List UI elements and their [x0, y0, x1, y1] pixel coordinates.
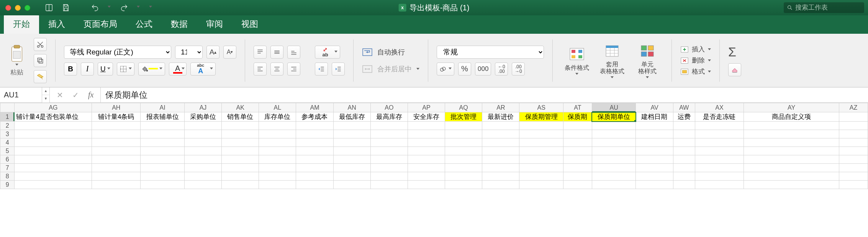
decrease-font-button[interactable]: A▾ [223, 46, 236, 59]
cell[interactable] [673, 164, 695, 172]
wrap-text-button[interactable]: 自动换行 [362, 48, 419, 57]
cell[interactable] [445, 181, 482, 189]
cell[interactable] [259, 122, 296, 130]
cell[interactable] [563, 155, 592, 164]
cell[interactable] [673, 138, 695, 147]
cell[interactable] [141, 164, 185, 172]
cell[interactable] [296, 172, 333, 181]
cell[interactable] [839, 172, 868, 181]
cell[interactable] [92, 172, 141, 181]
cell[interactable] [184, 155, 221, 164]
cell[interactable] [445, 155, 482, 164]
cell[interactable] [673, 155, 695, 164]
cell[interactable] [141, 130, 185, 138]
cell[interactable] [15, 138, 92, 147]
cell[interactable] [636, 155, 673, 164]
undo-dropdown[interactable] [108, 6, 111, 10]
book-icon[interactable] [45, 3, 53, 12]
close-window-button[interactable] [5, 5, 11, 11]
cell[interactable] [839, 122, 868, 130]
cell[interactable] [673, 172, 695, 181]
cell[interactable] [744, 147, 839, 155]
cell[interactable]: 辅计量4是否包装单位 [15, 112, 92, 122]
cell[interactable] [222, 164, 259, 172]
cell[interactable] [519, 181, 563, 189]
cell[interactable] [673, 130, 695, 138]
column-header[interactable]: AR [482, 103, 519, 112]
cell[interactable] [519, 122, 563, 130]
cell[interactable] [333, 147, 370, 155]
align-bottom-button[interactable] [287, 46, 300, 59]
cell[interactable] [222, 155, 259, 164]
cell[interactable] [408, 138, 445, 147]
cell[interactable] [563, 172, 592, 181]
cell[interactable] [184, 147, 221, 155]
cell[interactable] [673, 122, 695, 130]
cell[interactable] [222, 122, 259, 130]
cell[interactable] [259, 181, 296, 189]
row-header[interactable]: 9 [0, 181, 15, 189]
cell[interactable] [592, 172, 636, 181]
increase-indent-button[interactable] [332, 63, 345, 76]
cell[interactable] [839, 138, 868, 147]
clear-button[interactable] [728, 63, 741, 76]
column-header[interactable]: AS [519, 103, 563, 112]
cell[interactable] [519, 172, 563, 181]
number-format-select[interactable]: 常规 [437, 46, 544, 59]
format-painter-button[interactable] [34, 70, 47, 83]
fx-icon[interactable]: fx [88, 91, 93, 99]
align-left-button[interactable] [254, 63, 267, 76]
cell[interactable] [695, 138, 744, 147]
cell[interactable] [15, 122, 92, 130]
borders-button[interactable] [117, 63, 134, 76]
cell[interactable] [296, 147, 333, 155]
cell[interactable] [15, 172, 92, 181]
cell[interactable]: 参考成本 [296, 112, 333, 122]
cell[interactable] [839, 164, 868, 172]
cell[interactable] [839, 181, 868, 189]
align-top-button[interactable] [254, 46, 267, 59]
cell[interactable]: 建档日期 [636, 112, 673, 122]
cell[interactable] [592, 164, 636, 172]
column-header[interactable]: AJ [184, 103, 221, 112]
cell[interactable] [296, 164, 333, 172]
cell[interactable] [636, 147, 673, 155]
cell[interactable] [184, 130, 221, 138]
cell[interactable] [259, 147, 296, 155]
bold-button[interactable]: B [64, 63, 77, 76]
cell[interactable]: 保质期 [563, 112, 592, 122]
cell[interactable] [563, 122, 592, 130]
cell[interactable] [259, 130, 296, 138]
cell[interactable] [92, 122, 141, 130]
cell[interactable] [259, 138, 296, 147]
search-sheet-box[interactable] [784, 2, 864, 13]
cell[interactable] [333, 181, 370, 189]
cell-styles-button[interactable]: 单元 格样式 [632, 43, 663, 79]
cell[interactable] [259, 164, 296, 172]
cell[interactable] [222, 138, 259, 147]
tab-data[interactable]: 数据 [162, 15, 197, 34]
cell[interactable] [839, 130, 868, 138]
cell[interactable] [408, 155, 445, 164]
cell[interactable] [370, 164, 408, 172]
cell[interactable] [333, 138, 370, 147]
redo-icon[interactable] [120, 3, 128, 12]
cell[interactable] [695, 155, 744, 164]
paste-button[interactable] [5, 44, 28, 66]
cell[interactable]: 运费 [673, 112, 695, 122]
row-header[interactable]: 8 [0, 172, 15, 181]
cell[interactable] [744, 172, 839, 181]
row-header[interactable]: 5 [0, 147, 15, 155]
cell[interactable] [519, 155, 563, 164]
cell[interactable] [15, 130, 92, 138]
cell[interactable] [482, 164, 519, 172]
save-icon[interactable] [62, 3, 70, 12]
phonetic-guide-button[interactable]: abcA [190, 63, 216, 76]
formula-input[interactable] [101, 90, 868, 100]
cell[interactable] [184, 164, 221, 172]
cell[interactable] [592, 155, 636, 164]
column-header[interactable]: AG [15, 103, 92, 112]
insert-cells-button[interactable]: 插入 [680, 45, 711, 54]
cell[interactable] [744, 138, 839, 147]
cell[interactable] [370, 147, 408, 155]
